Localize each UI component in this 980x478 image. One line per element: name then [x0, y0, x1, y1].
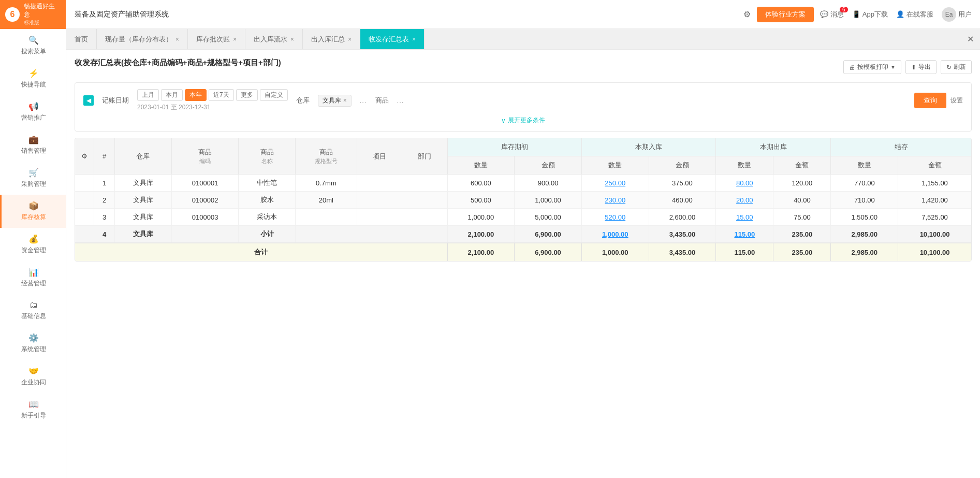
row-open-amt-3: 6,900.00 — [515, 226, 582, 243]
tab-5[interactable]: 收发存汇总表× — [360, 29, 425, 50]
row-out-qty-0-link[interactable]: 80.00 — [736, 179, 753, 187]
col-close-amt-header: 金额 — [898, 156, 971, 175]
row-out-qty-2[interactable]: 15.00 — [716, 209, 773, 226]
sidebar-item-search[interactable]: 🔍 搜索菜单 — [0, 29, 66, 62]
row-in-qty-3-link[interactable]: 1,000.00 — [602, 230, 628, 238]
date-btn-custom[interactable]: 自定义 — [260, 89, 288, 101]
row-goods-name-0: 中性笔 — [239, 175, 296, 192]
warehouse-filter-dots[interactable]: ... — [360, 97, 367, 105]
system-name: 装备及固定资产辅助管理系统 — [75, 10, 737, 19]
tab-2[interactable]: 库存批次账× — [188, 29, 245, 50]
date-btn-last-month[interactable]: 上月 — [137, 89, 159, 101]
sidebar-item-sales[interactable]: 💼 销售管理 — [0, 128, 66, 162]
col-goods-spec-header: 商品规格型号 — [296, 138, 357, 175]
date-btn-more[interactable]: 更多 — [236, 89, 258, 101]
row-checkbox[interactable] — [75, 226, 94, 243]
sidebar-item-basic[interactable]: 🗂 基础信息 — [0, 294, 66, 327]
sidebar-item-system[interactable]: ⚙️ 系统管理 — [0, 327, 66, 360]
sidebar-item-quick[interactable]: ⚡ 快捷导航 — [0, 62, 66, 95]
online-service-action[interactable]: 👤 在线客服 — [896, 10, 933, 19]
sidebar-item-finance[interactable]: 💰 资金管理 — [0, 228, 66, 261]
tab-close-2[interactable]: × — [233, 36, 237, 43]
query-btn[interactable]: 查询 — [914, 93, 946, 108]
row-warehouse-1: 文具库 — [115, 192, 172, 209]
filter-collapse-icon[interactable]: ◀ — [83, 95, 94, 106]
tab-4[interactable]: 出入库汇总× — [303, 29, 360, 50]
row-in-qty-0[interactable]: 250.00 — [581, 175, 649, 192]
goods-filter-dots[interactable]: ... — [397, 97, 404, 105]
col-out-qty-header: 数量 — [716, 156, 773, 175]
date-btn-7days[interactable]: 近7天 — [209, 89, 234, 101]
marketing-icon: 📢 — [28, 102, 39, 111]
print-btn[interactable]: 🖨 按模板打印 ▼ — [843, 60, 901, 74]
tab-close-4[interactable]: × — [348, 36, 352, 43]
warehouse-tag[interactable]: 文具库 × — [318, 95, 352, 107]
date-filter-label: 记账日期 — [102, 96, 129, 105]
row-goods-name-1: 胶水 — [239, 192, 296, 209]
row-in-qty-2-link[interactable]: 520.00 — [605, 213, 625, 221]
row-in-qty-0-link[interactable]: 250.00 — [605, 179, 625, 187]
gear-icon[interactable]: ⚙ — [743, 9, 751, 19]
row-num-0: 1 — [94, 175, 115, 192]
row-out-qty-3[interactable]: 115.00 — [716, 226, 773, 243]
app-download-action[interactable]: 📱 App下载 — [852, 10, 888, 19]
tab-close-1[interactable]: × — [175, 36, 179, 43]
row-out-qty-2-link[interactable]: 15.00 — [736, 213, 753, 221]
expand-conditions-btn[interactable]: ∨ 展开更多条件 — [501, 116, 545, 125]
col-open-amt-header: 金额 — [515, 156, 582, 175]
row-checkbox[interactable] — [75, 192, 94, 209]
tab-close-5[interactable]: × — [412, 36, 416, 43]
row-out-qty-0[interactable]: 80.00 — [716, 175, 773, 192]
footer-close-qty: 2,985.00 — [831, 243, 898, 261]
date-btn-this-month[interactable]: 本月 — [161, 89, 183, 101]
sidebar-item-guide[interactable]: 📖 新手引导 — [0, 393, 66, 426]
table-settings-col[interactable]: ⚙ — [75, 138, 94, 175]
sidebar-label-system: 系统管理 — [21, 345, 46, 354]
row-in-qty-2[interactable]: 520.00 — [581, 209, 649, 226]
tab-close-3[interactable]: × — [290, 36, 294, 43]
export-btn[interactable]: ⬆ 导出 — [905, 60, 937, 74]
row-out-qty-1-link[interactable]: 20.00 — [736, 196, 753, 204]
row-project-0 — [357, 175, 402, 192]
sidebar-item-marketing[interactable]: 📢 营销推广 — [0, 95, 66, 128]
refresh-btn[interactable]: ↻ 刷新 — [941, 60, 972, 74]
row-out-qty-3-link[interactable]: 115.00 — [734, 230, 755, 238]
message-action[interactable]: 💬 消息 6 — [820, 10, 844, 19]
tab-label-0: 首页 — [75, 35, 88, 44]
row-in-qty-1-link[interactable]: 230.00 — [605, 196, 625, 204]
tab-label-5: 收发存汇总表 — [369, 35, 409, 44]
row-out-qty-1[interactable]: 20.00 — [716, 192, 773, 209]
row-checkbox[interactable] — [75, 209, 94, 226]
row-open-qty-1: 500.00 — [447, 192, 515, 209]
finance-icon: 💰 — [28, 234, 39, 244]
sidebar-item-collab[interactable]: 🤝 企业协同 — [0, 360, 66, 393]
row-project-2 — [357, 209, 402, 226]
logo-sub: 标准版 — [24, 19, 61, 26]
app-download-label: App下载 — [862, 10, 888, 19]
row-in-qty-3[interactable]: 1,000.00 — [581, 226, 649, 243]
sidebar-item-operations[interactable]: 📊 经营管理 — [0, 261, 66, 294]
col-warehouse-header: 仓库 — [115, 138, 172, 175]
col-goods-code-header: 商品编码 — [171, 138, 239, 175]
trial-btn[interactable]: 体验行业方案 — [757, 7, 814, 22]
sidebar-item-inventory[interactable]: 📦 库存核算 — [0, 195, 66, 228]
tab-3[interactable]: 出入库流水× — [245, 29, 303, 50]
warehouse-tag-remove[interactable]: × — [343, 97, 347, 104]
refresh-icon: ↻ — [946, 64, 952, 71]
user-action[interactable]: Ea 用户 — [942, 7, 972, 22]
table-row: 4文具库小计2,100.006,900.001,000.003,435.0011… — [75, 226, 971, 243]
row-in-qty-1[interactable]: 230.00 — [581, 192, 649, 209]
row-close-qty-1: 710.00 — [831, 192, 898, 209]
sidebar-item-purchase[interactable]: 🛒 采购管理 — [0, 162, 66, 195]
settings-btn[interactable]: 设置 — [950, 96, 963, 105]
tab-label-1: 现存量（库存分布表） — [105, 35, 172, 44]
sidebar-label-search: 搜索菜单 — [21, 47, 46, 56]
row-checkbox[interactable] — [75, 175, 94, 192]
row-project-3 — [357, 226, 402, 243]
tabs-close-all[interactable]: ✕ — [961, 34, 980, 44]
date-btn-this-year[interactable]: 本年 — [185, 89, 207, 101]
date-buttons: 上月 本月 本年 近7天 更多 自定义 — [137, 89, 288, 101]
tab-0[interactable]: 首页 — [66, 29, 97, 50]
export-icon: ⬆ — [911, 64, 916, 71]
tab-1[interactable]: 现存量（库存分布表）× — [97, 29, 188, 50]
